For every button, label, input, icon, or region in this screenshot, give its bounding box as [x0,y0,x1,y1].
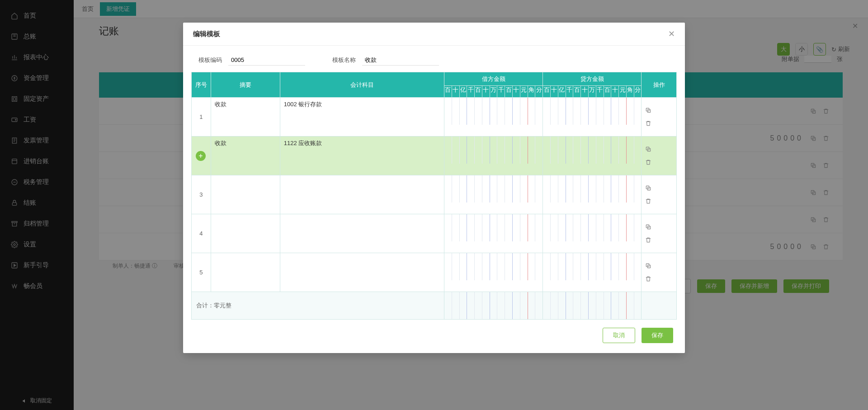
delete-row-icon[interactable] [645,237,673,243]
cell-credit[interactable] [543,214,642,253]
cell-ops [642,253,677,292]
cell-credit[interactable] [543,98,642,137]
cell-debit[interactable] [444,98,542,137]
total-credit [543,292,642,307]
cell-summary[interactable]: 收款 [211,98,280,137]
table-row: 3 [192,175,677,214]
cell-subject[interactable] [280,253,444,292]
cell-subject[interactable]: 1002 银行存款 [280,98,444,137]
delete-row-icon[interactable] [645,159,673,165]
cell-seq: 1 [192,98,211,137]
copy-row-icon[interactable] [645,224,673,230]
template-table: 序号 摘要 会计科目 借方金额 贷方金额 操作 百十亿千百十万千百十元角分 百十… [191,72,677,307]
table-row: 1收款1002 银行存款 [192,98,677,137]
edit-template-modal: 编辑模板 ✕ 模板编码 模板名称 序号 摘要 会计科目 借方金额 贷方金额 [183,23,685,307]
cell-debit[interactable] [444,175,542,214]
copy-row-icon[interactable] [645,107,673,113]
template-code-label: 模板编码 [198,56,222,64]
cell-seq: + [192,137,211,175]
delete-row-icon[interactable] [645,198,673,204]
th-debit: 借方金额 [444,72,542,86]
cell-summary[interactable] [211,253,280,292]
cell-credit[interactable] [543,175,642,214]
modal-close-icon[interactable]: ✕ [668,29,675,39]
th-summary: 摘要 [211,72,280,98]
modal-overlay: 编辑模板 ✕ 模板编码 模板名称 序号 摘要 会计科目 借方金额 贷方金额 [0,0,868,307]
copy-row-icon[interactable] [645,263,673,269]
cell-seq: 4 [192,214,211,253]
cell-debit[interactable] [444,137,542,175]
cell-ops [642,214,677,253]
cell-credit[interactable] [543,253,642,292]
copy-row-icon[interactable] [645,146,673,152]
cell-subject[interactable]: 1122 应收账款 [280,137,444,175]
template-name-label: 模板名称 [332,56,356,64]
table-row: 5 [192,253,677,292]
cell-seq: 5 [192,253,211,292]
cell-seq: 3 [192,175,211,214]
th-credit-digits: 百十亿千百十万千百十元角分 [543,86,642,98]
total-debit [444,292,542,307]
th-seq: 序号 [192,72,211,98]
th-ops: 操作 [642,72,677,98]
cell-ops [642,98,677,137]
th-credit: 贷方金额 [543,72,642,86]
modal-title: 编辑模板 [193,30,220,38]
template-name-input[interactable] [362,55,439,66]
cell-credit[interactable] [543,137,642,175]
cell-summary[interactable] [211,175,280,214]
add-row-button[interactable]: + [196,151,206,161]
th-debit-digits: 百十亿千百十万千百十元角分 [444,86,542,98]
cell-ops [642,175,677,214]
th-subject: 会计科目 [280,72,444,98]
cell-subject[interactable] [280,214,444,253]
delete-row-icon[interactable] [645,276,673,282]
table-row: 4 [192,214,677,253]
cell-summary[interactable] [211,214,280,253]
cell-subject[interactable] [280,175,444,214]
template-code-input[interactable] [228,55,305,66]
cell-summary[interactable]: 收款 [211,137,280,175]
table-row: +收款1122 应收账款 [192,137,677,175]
delete-row-icon[interactable] [645,120,673,127]
cell-debit[interactable] [444,253,542,292]
copy-row-icon[interactable] [645,185,673,191]
cell-ops [642,137,677,175]
cell-debit[interactable] [444,214,542,253]
total-label: 合计：零元整 [192,292,444,307]
